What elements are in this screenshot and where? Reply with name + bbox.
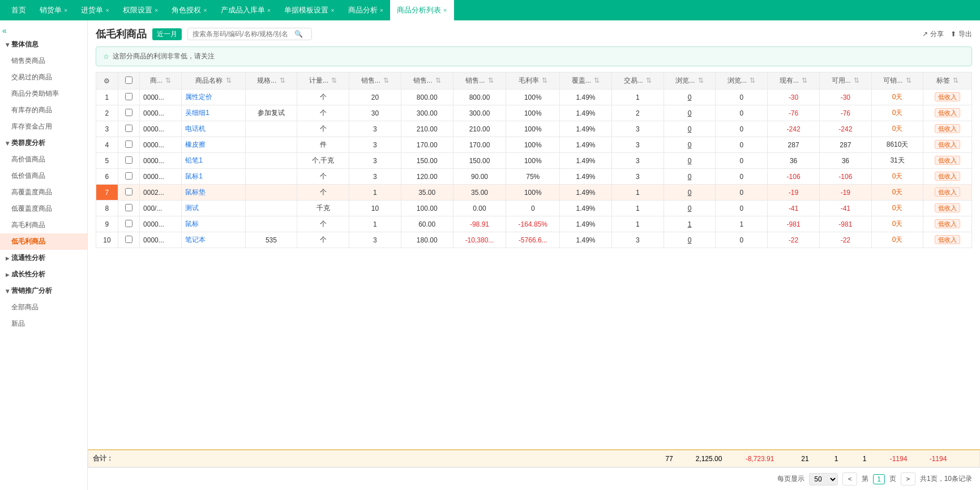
row-checkbox-cell[interactable]	[118, 185, 139, 201]
row-name[interactable]: 鼠标垫	[182, 185, 245, 201]
row-browse1[interactable]: 0	[664, 232, 716, 248]
prev-page-button[interactable]: ＜	[842, 472, 857, 485]
col-stock-saleable[interactable]: 可销... ⇅	[871, 73, 923, 90]
per-page-select[interactable]: 50 100 200	[809, 473, 838, 485]
sidebar-group-营销推广分析[interactable]: ▾营销推广分析	[0, 283, 87, 299]
browse1-link[interactable]: 0	[688, 157, 692, 165]
sidebar-group-整体信息[interactable]: ▾整体信息	[0, 36, 87, 53]
col-tag[interactable]: 标签 ⇅	[923, 73, 972, 90]
col-browse1[interactable]: 浏览... ⇅	[664, 73, 716, 90]
col-sales-count[interactable]: 销售... ⇅	[349, 73, 401, 90]
nav-item-角色授权[interactable]: 角色授权 ×	[165, 0, 213, 20]
row-checkbox[interactable]	[125, 236, 132, 243]
col-checkbox[interactable]	[118, 73, 139, 90]
search-input[interactable]	[192, 30, 294, 38]
close-icon[interactable]: ×	[203, 7, 207, 14]
row-checkbox-cell[interactable]	[118, 201, 139, 216]
sidebar-collapse-button[interactable]: «	[0, 25, 87, 36]
col-settings[interactable]: ⚙	[96, 73, 118, 90]
row-browse1[interactable]: 1	[664, 216, 716, 232]
row-name[interactable]: 吴细细1	[182, 105, 245, 121]
nav-item-进货单[interactable]: 进货单 ×	[74, 0, 115, 20]
sidebar-item-库存资金占用[interactable]: 库存资金占用	[0, 118, 87, 135]
row-checkbox-cell[interactable]	[118, 121, 139, 137]
row-browse1[interactable]: 0	[664, 201, 716, 216]
row-browse1[interactable]: 0	[664, 90, 716, 105]
nav-item-商品分析列表[interactable]: 商品分析列表 ×	[390, 0, 453, 20]
col-cover-rate[interactable]: 覆盖... ⇅	[560, 73, 612, 90]
row-checkbox-cell[interactable]	[118, 232, 139, 248]
row-checkbox[interactable]	[125, 125, 132, 132]
search-box[interactable]: 🔍	[187, 28, 312, 40]
row-checkbox-cell[interactable]	[118, 216, 139, 232]
row-checkbox[interactable]	[125, 93, 132, 100]
col-code[interactable]: 商... ⇅	[140, 73, 182, 90]
row-name[interactable]: 电话机	[182, 121, 245, 137]
row-checkbox[interactable]	[125, 156, 132, 164]
nav-item-首页[interactable]: 首页	[5, 0, 33, 20]
row-checkbox-cell[interactable]	[118, 105, 139, 121]
row-checkbox[interactable]	[125, 140, 132, 148]
row-browse1[interactable]: 0	[664, 121, 716, 137]
col-gross-rate[interactable]: 毛利率 ⇅	[506, 73, 560, 90]
row-browse1[interactable]: 0	[664, 105, 716, 121]
nav-item-产成品入库单[interactable]: 产成品入库单 ×	[214, 0, 277, 20]
sidebar-item-商品分类助销率[interactable]: 商品分类助销率	[0, 86, 87, 102]
row-name[interactable]: 铅笔1	[182, 153, 245, 169]
browse1-link[interactable]: 0	[688, 189, 692, 197]
col-spec[interactable]: 规格... ⇅	[245, 73, 297, 90]
sidebar-item-高毛利商品[interactable]: 高毛利商品	[0, 217, 87, 233]
sidebar-group-流通性分析[interactable]: ▸流通性分析	[0, 250, 87, 266]
close-icon[interactable]: ×	[380, 7, 383, 14]
sidebar-item-低覆盖度商品[interactable]: 低覆盖度商品	[0, 201, 87, 217]
export-button[interactable]: ⬆ 导出	[951, 29, 972, 39]
row-checkbox-cell[interactable]	[118, 137, 139, 153]
row-browse1[interactable]: 0	[664, 185, 716, 201]
sidebar-item-低毛利商品[interactable]: 低毛利商品	[0, 233, 87, 250]
sidebar-group-成长性分析[interactable]: ▸成长性分析	[0, 266, 87, 283]
row-name[interactable]: 笔记本	[182, 232, 245, 248]
row-name[interactable]: 鼠标1	[182, 169, 245, 185]
sidebar-item-销售类商品[interactable]: 销售类商品	[0, 53, 87, 69]
row-browse1[interactable]: 0	[664, 153, 716, 169]
col-browse2[interactable]: 浏览... ⇅	[716, 73, 768, 90]
close-icon[interactable]: ×	[267, 7, 271, 14]
share-button[interactable]: ↗ 分享	[922, 29, 944, 39]
sidebar-item-全部商品[interactable]: 全部商品	[0, 299, 87, 316]
col-stock-available[interactable]: 可用... ⇅	[819, 73, 871, 90]
browse1-link[interactable]: 0	[688, 173, 692, 181]
row-name[interactable]: 鼠标	[182, 216, 245, 232]
row-name[interactable]: 橡皮擦	[182, 137, 245, 153]
browse1-link[interactable]: 0	[688, 109, 692, 117]
sidebar-item-高价值商品[interactable]: 高价值商品	[0, 151, 87, 168]
browse1-link[interactable]: 0	[688, 141, 692, 149]
row-checkbox[interactable]	[125, 109, 132, 116]
col-sales-amount[interactable]: 销售... ⇅	[453, 73, 506, 90]
row-browse1[interactable]: 0	[664, 137, 716, 153]
sidebar-item-交易过的商品[interactable]: 交易过的商品	[0, 69, 87, 86]
col-stock-current[interactable]: 现有... ⇅	[768, 73, 820, 90]
sidebar-group-类群度分析[interactable]: ▾类群度分析	[0, 135, 87, 151]
row-checkbox[interactable]	[125, 188, 132, 195]
col-unit[interactable]: 计量... ⇅	[297, 73, 349, 90]
nav-item-销货单[interactable]: 销货单 ×	[33, 0, 74, 20]
row-checkbox[interactable]	[125, 220, 132, 227]
browse1-link[interactable]: 0	[688, 204, 692, 212]
close-icon[interactable]: ×	[443, 7, 447, 14]
search-icon[interactable]: 🔍	[294, 30, 303, 38]
nav-item-权限设置[interactable]: 权限设置 ×	[116, 0, 165, 20]
row-checkbox[interactable]	[125, 172, 132, 180]
close-icon[interactable]: ×	[105, 7, 109, 14]
select-all-checkbox[interactable]	[125, 76, 132, 84]
row-name[interactable]: 属性定价	[182, 90, 245, 105]
col-sales-price[interactable]: 销售... ⇅	[401, 73, 453, 90]
col-trade[interactable]: 交易... ⇅	[611, 73, 664, 90]
close-icon[interactable]: ×	[331, 7, 334, 14]
sidebar-item-低价值商品[interactable]: 低价值商品	[0, 168, 87, 184]
time-tag[interactable]: 近一月	[152, 28, 182, 40]
col-name[interactable]: 商品名称 ⇅	[182, 73, 245, 90]
row-browse1[interactable]: 0	[664, 169, 716, 185]
row-checkbox-cell[interactable]	[118, 153, 139, 169]
browse1-link[interactable]: 0	[688, 236, 692, 244]
sidebar-item-高覆盖度商品[interactable]: 高覆盖度商品	[0, 184, 87, 201]
